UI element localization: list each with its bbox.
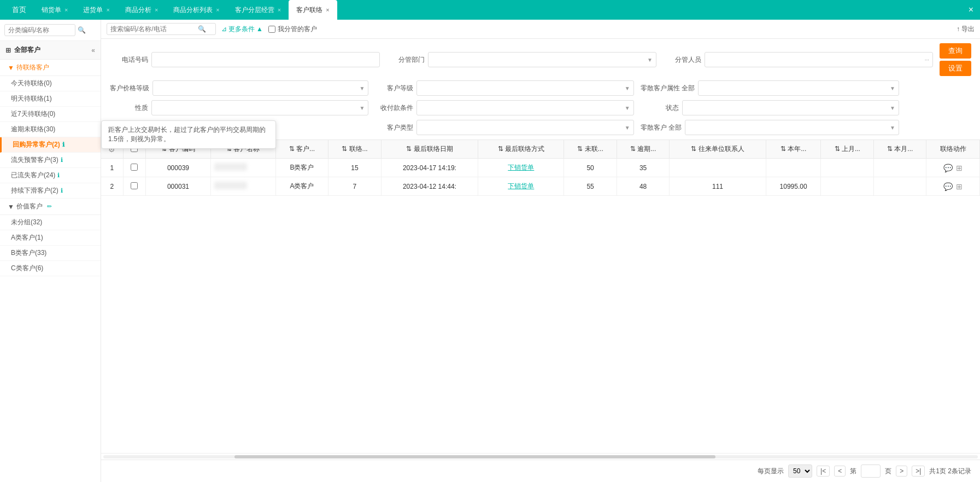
filter-customer-grade-select[interactable]: ▼ — [416, 80, 633, 96]
query-button[interactable]: 查询 — [940, 43, 971, 59]
nav-customer-tier-close[interactable]: × — [278, 7, 281, 13]
more-conditions-btn[interactable]: ⊿ 更多条件 ▲ — [221, 25, 263, 34]
nav-purchase-order-close[interactable]: × — [106, 7, 109, 13]
sidebar-item-overdue-contact[interactable]: 逾期未联络(30) — [0, 122, 101, 137]
row2-checkbox-cell[interactable] — [123, 177, 146, 196]
sidebar-item-declining-customers[interactable]: 持续下滑客户(2) ℹ — [0, 183, 101, 199]
row2-method-link[interactable]: 下销货单 — [508, 182, 534, 190]
filter-status-select[interactable]: ▼ — [682, 100, 899, 115]
filter-phone-label: 电话号码 — [110, 55, 148, 65]
row1-checkbox-cell[interactable] — [123, 159, 146, 177]
chevron-down-icon: ▼ — [8, 64, 14, 72]
nav-customer-contact-close[interactable]: × — [326, 7, 329, 13]
nav-product-analysis-list[interactable]: 商品分析列表 × — [166, 0, 227, 20]
col-customer-type-header[interactable]: ⇅ 客户... — [275, 140, 328, 159]
col-last-month-header[interactable]: ⇅ 上月... — [821, 140, 873, 159]
row1-unlocked: 50 — [564, 159, 617, 177]
col-year-amount-header[interactable]: ⇅ 本年... — [766, 140, 821, 159]
export-button[interactable]: ↑ 导出 — [956, 25, 975, 34]
row1-message-icon[interactable]: 💬 — [943, 164, 953, 172]
filter-price-grade-select[interactable]: ▼ — [152, 80, 368, 96]
row1-name-blurred — [214, 163, 247, 171]
per-page-select[interactable]: 50 — [788, 464, 812, 478]
sidebar-item-today-contact[interactable]: 今天待联络(0) — [0, 76, 101, 91]
scroll-thumb[interactable] — [234, 455, 715, 458]
col-contacts-header[interactable]: ⇅ 往来单位联系人 — [670, 140, 766, 159]
filter-nature-select[interactable]: ▼ — [151, 100, 368, 115]
row1-method-link[interactable]: 下销货单 — [508, 164, 534, 171]
row1-checkbox[interactable] — [131, 164, 138, 171]
last-page-btn[interactable]: >| — [912, 466, 925, 477]
page-input[interactable]: 1 — [861, 464, 881, 478]
chevron-down-icon-7: ▼ — [359, 105, 365, 111]
nav-customer-contact[interactable]: 客户联络 × — [289, 0, 337, 20]
edit-icon[interactable]: ✏ — [47, 203, 52, 210]
nav-home[interactable]: 首页 — [4, 0, 34, 20]
prev-page-btn[interactable]: < — [834, 466, 846, 477]
filter-row-1: 电话号码 分管部门 ▼ 分管人员 ··· — [110, 43, 971, 76]
row1-name — [210, 159, 275, 177]
customers-grid-icon: ⊞ — [5, 47, 11, 54]
my-customer-checkbox[interactable] — [268, 26, 275, 33]
filter-dept-label: 分管部门 — [386, 55, 425, 65]
horizontal-scrollbar[interactable] — [101, 453, 980, 460]
col-action-header: 联络动作 — [926, 140, 980, 159]
my-customer-checkbox-wrap[interactable]: 我分管的客户 — [268, 25, 317, 34]
sidebar-group-pending-contact[interactable]: ▼ 待联络客户 — [0, 60, 101, 76]
filter-dept-select[interactable]: ▼ — [428, 52, 656, 67]
col-unlocked-header[interactable]: ⇅ 未联... — [564, 140, 617, 159]
nav-product-analysis-list-close[interactable]: × — [216, 7, 219, 13]
filter-phone-input[interactable] — [151, 52, 380, 67]
row2-grid-icon[interactable]: ⊞ — [956, 182, 963, 191]
setting-button[interactable]: 设置 — [940, 61, 971, 76]
row2-message-icon[interactable]: 💬 — [943, 182, 953, 191]
row1-last-method[interactable]: 下销货单 — [478, 159, 564, 177]
filter-retail-attr-select[interactable]: ▼ — [698, 80, 899, 96]
nav-purchase-order[interactable]: 进货单 × — [75, 0, 117, 20]
sidebar-item-lost-customers[interactable]: 已流失客户(24) ℹ — [0, 168, 101, 183]
nav-sales-order[interactable]: 销货单 × — [34, 0, 75, 20]
col-last-date-header[interactable]: ⇅ 最后联络日期 — [381, 140, 478, 159]
sidebar-item-class-a[interactable]: A类客户(1) — [0, 230, 101, 246]
col-this-month-header[interactable]: ⇅ 本月... — [873, 140, 926, 159]
row2-last-method[interactable]: 下销货单 — [478, 177, 564, 196]
info-icon-3: ℹ — [57, 172, 60, 179]
col-overdue-header[interactable]: ⇅ 逾期... — [617, 140, 669, 159]
first-page-btn[interactable]: |< — [817, 466, 830, 477]
nav-product-analysis[interactable]: 商品分析 × — [118, 0, 166, 20]
sidebar-group-value-customers[interactable]: ▼ 价值客户 ✏ — [0, 199, 101, 215]
sidebar-item-loss-warning[interactable]: 流失预警客户(3) ℹ — [0, 153, 101, 168]
sidebar-collapse-icon[interactable]: « — [91, 47, 95, 54]
nav-customer-tier[interactable]: 客户分层经营 × — [227, 0, 289, 20]
filter-customer-type-select[interactable]: ▼ — [416, 120, 633, 135]
row2-checkbox[interactable] — [131, 182, 138, 189]
chevron-down-icon-3: ▼ — [647, 57, 653, 63]
sidebar-item-7day-contact[interactable]: 近7天待联络(0) — [0, 107, 101, 122]
col-contact-count-header[interactable]: ⇅ 联络... — [328, 140, 381, 159]
chevron-down-icon-8: ▼ — [625, 105, 630, 111]
sidebar-search-icon[interactable]: 🔍 — [78, 26, 86, 34]
action-buttons: 查询 设置 — [940, 43, 971, 76]
next-page-btn[interactable]: > — [896, 466, 907, 477]
chevron-down-icon-6: ▼ — [890, 85, 895, 91]
sidebar-all-customers-header[interactable]: ⊞ 全部客户 « — [0, 41, 101, 60]
row1-grid-icon[interactable]: ⊞ — [956, 164, 963, 172]
col-last-method-header[interactable]: ⇅ 最后联络方式 — [478, 140, 564, 159]
window-close-button[interactable]: × — [969, 5, 973, 15]
sidebar-item-class-b[interactable]: B类客户(33) — [0, 246, 101, 261]
filter-payment-select[interactable]: ▼ — [416, 100, 633, 115]
sidebar-item-unclassified[interactable]: 未分组(32) — [0, 215, 101, 230]
sidebar-item-tomorrow-contact[interactable]: 明天待联络(1) — [0, 91, 101, 107]
sidebar-item-repurchase-anomaly[interactable]: 回购异常客户(2) ℹ — [0, 137, 101, 153]
scroll-track[interactable] — [103, 455, 978, 458]
sidebar-search-input[interactable] — [4, 24, 75, 36]
search-input[interactable] — [110, 25, 198, 33]
nav-sales-order-close[interactable]: × — [64, 7, 68, 13]
search-icon[interactable]: 🔍 — [198, 25, 206, 33]
filter-retail-attr-label: 零散客户属性 全部 — [641, 84, 695, 93]
filter-icon: ⊿ — [221, 25, 227, 33]
filter-retail-customer-select[interactable]: ▼ — [685, 120, 899, 135]
filter-person-select[interactable]: ··· — [705, 52, 933, 67]
nav-product-analysis-close[interactable]: × — [155, 7, 158, 13]
sidebar-item-class-c[interactable]: C类客户(6) — [0, 261, 101, 276]
